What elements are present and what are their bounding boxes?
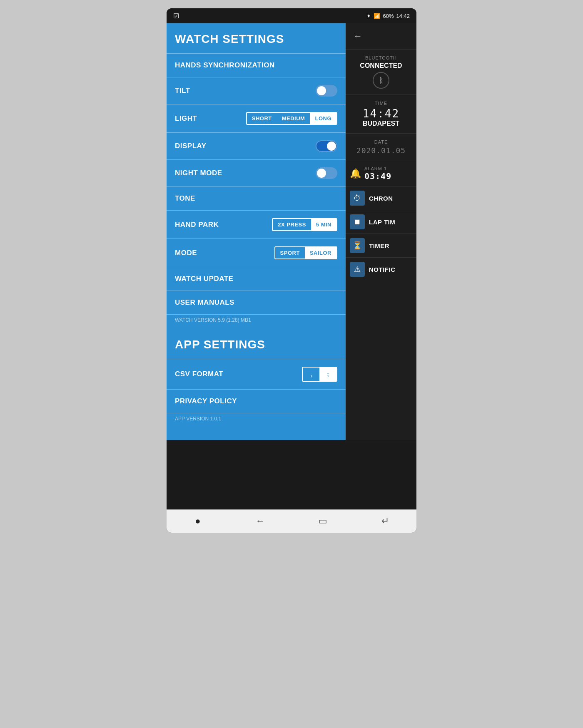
tone-label: TONE xyxy=(175,194,195,203)
display-toggle[interactable] xyxy=(316,140,337,152)
laptime-label: LAP TIM xyxy=(369,219,395,226)
csv-comma-btn[interactable]: , xyxy=(303,368,319,381)
phone-frame: ☑ ✦ 📶 60% 14:42 WATCH SETTINGS HANDS SYN… xyxy=(167,8,416,533)
status-bar: ☑ ✦ 📶 60% 14:42 xyxy=(167,8,416,23)
status-left-icon: ☑ xyxy=(173,12,179,20)
csv-format-label: CSV FORMAT xyxy=(175,370,223,378)
recent-apps-icon: ▭ xyxy=(319,516,327,527)
battery-text: 60% xyxy=(383,13,394,19)
mode-item: MODE SPORT SAILOR xyxy=(167,239,346,267)
menu-btn[interactable]: ↵ xyxy=(377,513,394,529)
time-section: TIME 14:42 BUDAPEST xyxy=(346,94,416,133)
bluetooth-status-icon: ✦ xyxy=(366,13,371,19)
night-mode-label: NIGHT MODE xyxy=(175,169,222,177)
back-button-container[interactable]: ← xyxy=(346,23,416,49)
status-time: 14:42 xyxy=(396,13,410,19)
time-city: BUDAPEST xyxy=(363,120,399,127)
alarm-time: 03:49 xyxy=(364,171,391,181)
mode-sport-btn[interactable]: SPORT xyxy=(275,247,305,258)
watch-update-item[interactable]: WATCH UPDATE xyxy=(167,267,346,291)
light-btn-group: SHORT MEDIUM LONG xyxy=(246,112,337,125)
notific-label: NOTIFIC xyxy=(369,266,396,273)
alarm-section[interactable]: 🔔 ALARM 1 03:49 xyxy=(346,161,416,186)
timer-nav-item[interactable]: ⏳ TIMER xyxy=(346,234,416,257)
notific-icon: ⚠ xyxy=(350,262,365,277)
watch-version: WATCH VERSION 5.9 (1.28) MB1 xyxy=(167,314,346,329)
back-nav-icon: ← xyxy=(256,516,265,527)
csv-format-item: CSV FORMAT , ; xyxy=(167,359,346,389)
light-item: LIGHT SHORT MEDIUM LONG xyxy=(167,104,346,132)
light-long-btn[interactable]: LONG xyxy=(310,113,336,124)
menu-icon: ↵ xyxy=(381,516,389,527)
csv-semicolon-btn[interactable]: ; xyxy=(319,368,336,381)
left-panel: WATCH SETTINGS HANDS SYNCHRONIZATION TIL… xyxy=(167,23,346,440)
chrono-icon: ⏱ xyxy=(350,191,365,206)
mode-label: MODE xyxy=(175,249,197,257)
back-nav-btn[interactable]: ← xyxy=(252,513,269,529)
right-panel: ← BLUETOOTH CONNECTED ᛒ TIME 14:42 BUDAP… xyxy=(346,23,416,440)
wifi-icon: 📶 xyxy=(374,13,380,19)
user-manuals-label: USER MANUALS xyxy=(175,298,234,307)
tilt-item[interactable]: TILT xyxy=(167,77,346,104)
recent-apps-btn[interactable]: ▭ xyxy=(314,513,331,529)
bluetooth-section: BLUETOOTH CONNECTED ᛒ xyxy=(346,49,416,94)
csv-btn-group: , ; xyxy=(302,367,337,382)
light-medium-btn[interactable]: MEDIUM xyxy=(277,113,310,124)
app-settings-title: APP SETTINGS xyxy=(167,329,346,359)
tilt-toggle[interactable] xyxy=(316,85,337,97)
mode-btn-group: SPORT SAILOR xyxy=(274,246,337,259)
laptime-nav-item[interactable]: ⏹ LAP TIM xyxy=(346,210,416,234)
app-version: APP VERSION 1.0.1 xyxy=(167,413,346,427)
bottom-nav: ● ← ▭ ↵ xyxy=(167,509,416,533)
user-manuals-item[interactable]: USER MANUALS xyxy=(167,291,346,314)
chrono-nav-item[interactable]: ⏱ CHRON xyxy=(346,186,416,210)
display-toggle-knob xyxy=(327,142,336,151)
bluetooth-label: BLUETOOTH xyxy=(365,55,397,60)
laptime-icon: ⏹ xyxy=(350,214,365,229)
display-label: DISPLAY xyxy=(175,142,207,150)
alarm-info: ALARM 1 03:49 xyxy=(364,166,391,181)
home-dot-btn[interactable]: ● xyxy=(189,513,206,529)
privacy-policy-label: PRIVACY POLICY xyxy=(175,397,237,405)
date-value: 2020.01.05 xyxy=(356,146,406,155)
night-mode-toggle[interactable] xyxy=(316,167,337,179)
back-arrow-icon[interactable]: ← xyxy=(353,31,362,42)
light-label: LIGHT xyxy=(175,114,197,123)
hand-park-2xpress-btn[interactable]: 2X PRESS xyxy=(273,219,311,230)
timer-icon: ⏳ xyxy=(350,238,365,253)
hand-park-5min-btn[interactable]: 5 MIN xyxy=(311,219,336,230)
bluetooth-value: CONNECTED xyxy=(360,62,402,70)
home-dot-icon: ● xyxy=(195,516,200,527)
hand-park-item: HAND PARK 2X PRESS 5 MIN xyxy=(167,210,346,239)
hand-park-label: HAND PARK xyxy=(175,221,219,229)
light-short-btn[interactable]: SHORT xyxy=(247,113,277,124)
display-item[interactable]: DISPLAY xyxy=(167,132,346,159)
tone-item[interactable]: TONE xyxy=(167,186,346,210)
privacy-policy-item[interactable]: PRIVACY POLICY xyxy=(167,389,346,413)
time-value: 14:42 xyxy=(363,107,399,120)
hands-sync-label: HANDS SYNCHRONIZATION xyxy=(175,61,275,70)
watch-update-label: WATCH UPDATE xyxy=(175,275,233,283)
watch-settings-title: WATCH SETTINGS xyxy=(167,23,346,53)
hand-park-btn-group: 2X PRESS 5 MIN xyxy=(272,218,337,231)
main-content: WATCH SETTINGS HANDS SYNCHRONIZATION TIL… xyxy=(167,23,416,440)
bluetooth-icon: ᛒ xyxy=(373,72,389,89)
time-label: TIME xyxy=(375,101,387,106)
mode-sailor-btn[interactable]: SAILOR xyxy=(305,247,336,258)
date-section: DATE 2020.01.05 xyxy=(346,133,416,161)
night-mode-item[interactable]: NIGHT MODE xyxy=(167,159,346,186)
tilt-toggle-knob xyxy=(317,86,326,95)
chrono-label: CHRON xyxy=(369,195,393,202)
notific-nav-item[interactable]: ⚠ NOTIFIC xyxy=(346,257,416,281)
timer-label: TIMER xyxy=(369,242,389,249)
date-label: DATE xyxy=(374,139,388,144)
night-mode-toggle-knob xyxy=(317,169,326,178)
tilt-label: TILT xyxy=(175,87,190,95)
alarm-label: ALARM 1 xyxy=(364,166,391,171)
alarm-bell-icon: 🔔 xyxy=(350,168,361,179)
hands-sync-item[interactable]: HANDS SYNCHRONIZATION xyxy=(167,53,346,77)
